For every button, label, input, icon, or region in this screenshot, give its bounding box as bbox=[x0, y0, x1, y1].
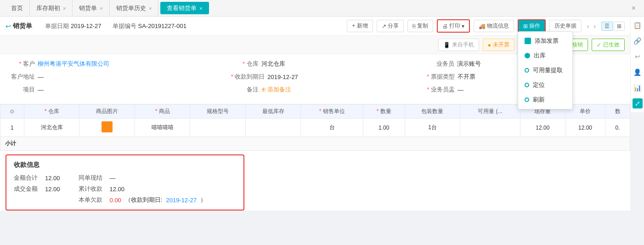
staff-value: 演示账号 bbox=[457, 60, 481, 68]
remark-label: 备注 bbox=[231, 85, 259, 94]
customer-label: 客户 bbox=[7, 60, 35, 68]
payment-title: 收款信息 bbox=[14, 161, 236, 169]
cell-product: 嘻嘻嘻嘻 bbox=[135, 119, 190, 137]
sidebar-icon-expand[interactable]: ⤢ bbox=[633, 98, 643, 108]
from-phone-btn[interactable]: 📱 来自手机 bbox=[438, 39, 479, 51]
cumulative-label: 累计收款 bbox=[79, 185, 106, 193]
copy-button[interactable]: ⎘ 复制 bbox=[407, 20, 433, 32]
col-sales-unit: 销售单位 bbox=[301, 105, 363, 119]
col-quantity: 数量 bbox=[363, 105, 405, 119]
customer-value[interactable]: 柳州粤港平安气体有限公司 bbox=[38, 60, 109, 68]
cell-unit-price: 12.00 bbox=[565, 119, 605, 137]
cell-min-stock bbox=[245, 119, 301, 137]
phone-icon: 📱 bbox=[443, 42, 450, 48]
effective-btn[interactable]: ✓ 已生效 bbox=[592, 39, 625, 51]
subtotal-label: 小计 bbox=[0, 137, 630, 151]
paydate-field: 收款到期日 2019-12-27 bbox=[231, 73, 427, 81]
tickettype-label: 票据类型 bbox=[427, 73, 455, 81]
dropdown-outbound[interactable]: 出库 bbox=[518, 48, 572, 63]
available-qty-icon bbox=[525, 68, 529, 73]
arrears-note-end: ） bbox=[200, 196, 206, 204]
tab-view-sales-close[interactable]: × bbox=[199, 6, 202, 11]
transaction-amount-row: 成交金额 12.00 bbox=[14, 185, 60, 193]
same-order-row: 同单现结 — bbox=[79, 174, 206, 182]
copy-icon: ⎘ bbox=[412, 23, 416, 29]
bizstaff-value: — bbox=[458, 86, 463, 93]
warehouse-label: 仓库 bbox=[231, 60, 259, 68]
cumulative-value: 12.00 bbox=[110, 186, 125, 193]
prev-arrow[interactable]: ‹ bbox=[585, 22, 591, 31]
sidebar-icon-3[interactable]: ↩ bbox=[633, 51, 643, 62]
cell-spec bbox=[190, 119, 246, 137]
same-order-label: 同单现结 bbox=[79, 174, 106, 182]
col-spec: 规格型号 bbox=[190, 105, 246, 119]
form-title: 销货单 bbox=[13, 22, 32, 30]
subtotal-row: 小计 bbox=[0, 137, 630, 151]
dropdown-available-qty[interactable]: 可用量提取 bbox=[518, 63, 572, 78]
add-remark-btn[interactable]: ⊕ 添加备注 bbox=[261, 85, 292, 94]
payment-col-left: 金额合计 12.00 成交金额 12.00 bbox=[14, 174, 60, 204]
cell-quantity: 1.00 bbox=[363, 119, 405, 137]
tab-sales-history-close[interactable]: × bbox=[149, 6, 152, 11]
sidebar-icon-1[interactable]: 📋 bbox=[633, 20, 643, 30]
sidebar-icon-4[interactable]: 👤 bbox=[633, 67, 643, 77]
ops-button[interactable]: ⊞ 操作 bbox=[518, 19, 546, 33]
col-product-img: 商品图片 bbox=[79, 105, 135, 119]
tab-sales-close[interactable]: × bbox=[100, 6, 102, 11]
list-view-btn[interactable]: ☰ bbox=[601, 22, 613, 31]
history-button[interactable]: 历史单据 bbox=[549, 20, 582, 32]
print-dropdown-arrow: ▾ bbox=[462, 23, 464, 29]
dropdown-refresh[interactable]: 刷新 bbox=[518, 92, 572, 107]
tab-bar-close-button[interactable]: × bbox=[628, 4, 639, 12]
arrears-row: 本单欠款 0.00 （收款到期日: 2019-12-27 ） bbox=[79, 196, 206, 204]
total-amount-row: 金额合计 12.00 bbox=[14, 174, 60, 182]
share-icon: ↗ bbox=[382, 23, 386, 29]
product-image bbox=[102, 121, 113, 132]
tab-home[interactable]: 首页 bbox=[5, 0, 30, 16]
paydate-value: 2019-12-27 bbox=[267, 74, 298, 80]
grid-view-btn[interactable]: ⊞ bbox=[614, 22, 625, 31]
share-button[interactable]: ↗ 分享 bbox=[377, 20, 404, 32]
col-product: 商品 bbox=[135, 105, 190, 119]
dropdown-menu: 添加发票 出库 可用量提取 定位 刷新 bbox=[518, 31, 573, 109]
table-row: 1 河北仓库 嘻嘻嘻嘻 台 1.00 1台 12.00 12.00 bbox=[0, 119, 630, 137]
sidebar-icon-5[interactable]: 📊 bbox=[633, 83, 643, 93]
arrears-label: 本单欠款 bbox=[79, 196, 106, 204]
total-amount-label: 金额合计 bbox=[14, 174, 41, 182]
add-invoice-icon bbox=[525, 38, 531, 44]
dropdown-add-invoice[interactable]: 添加发票 bbox=[518, 34, 572, 48]
tab-sales[interactable]: 销货单 × bbox=[73, 0, 109, 16]
dropdown-locate[interactable]: 定位 bbox=[518, 78, 572, 92]
meta-date-value: 2019-12-27 bbox=[71, 23, 102, 29]
tab-inventory-close[interactable]: × bbox=[63, 6, 66, 11]
logistics-button[interactable]: 🚚 物流信息 bbox=[474, 20, 514, 32]
truck-icon: 🚚 bbox=[479, 23, 486, 29]
project-value: — bbox=[38, 86, 44, 93]
form-meta-date: 单据日期 2019-12-27 bbox=[41, 22, 102, 30]
not-open-btn[interactable]: ● 未开票 bbox=[483, 39, 514, 51]
next-arrow[interactable]: › bbox=[592, 22, 598, 31]
form-title-icon: ↩ bbox=[6, 23, 11, 30]
col-warehouse: 仓库 bbox=[24, 105, 79, 119]
payment-rows: 金额合计 12.00 成交金额 12.00 同单现结 — 累计收款 bbox=[14, 174, 236, 204]
sidebar-icon-2[interactable]: 🔗 bbox=[633, 36, 643, 46]
same-order-value: — bbox=[110, 175, 116, 182]
meta-num-label: 单据编号 bbox=[109, 22, 136, 30]
tab-sales-history[interactable]: 销货单历史 × bbox=[110, 0, 158, 16]
project-field: 项目 — bbox=[7, 85, 203, 94]
col-min-stock: 最低库存 bbox=[245, 105, 301, 119]
effective-icon: ✓ bbox=[597, 42, 601, 48]
tab-view-sales[interactable]: 查看销货单 × bbox=[160, 2, 209, 14]
new-button[interactable]: + 新增 bbox=[347, 20, 373, 32]
tab-inventory[interactable]: 库存期初 × bbox=[30, 0, 73, 16]
print-button[interactable]: 🖨 打印 ▾ bbox=[437, 19, 470, 33]
payment-col-right: 同单现结 — 累计收款 12.00 本单欠款 0.00 （收款到期日: 2019… bbox=[79, 174, 206, 204]
tab-bar: 首页 库存期初 × 销货单 × 销货单历史 × 查看销货单 × × bbox=[0, 0, 644, 17]
meta-date-label: 单据日期 bbox=[41, 22, 69, 30]
tickettype-value: 不开票 bbox=[458, 73, 475, 81]
col-settings[interactable]: ⚙ bbox=[0, 105, 24, 119]
cell-amount: 0. bbox=[605, 119, 630, 137]
settings-icon[interactable]: ⚙ bbox=[10, 108, 15, 115]
customer-field: 客户 柳州粤港平安气体有限公司 bbox=[7, 60, 203, 68]
address-value: — bbox=[38, 74, 44, 80]
